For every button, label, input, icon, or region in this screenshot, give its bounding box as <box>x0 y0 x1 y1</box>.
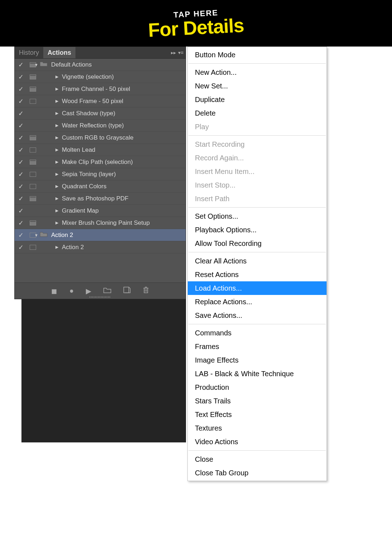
action-row[interactable]: ✓▼Default Actions <box>15 59 186 71</box>
dialog-toggle[interactable] <box>27 74 39 79</box>
action-row[interactable]: ✓▶Gradient Map <box>15 205 186 217</box>
chevron-right-icon[interactable]: ▶ <box>55 99 58 103</box>
chevron-right-icon[interactable]: ▶ <box>55 160 58 164</box>
dialog-toggle[interactable] <box>27 172 39 177</box>
toggle-check[interactable]: ✓ <box>15 158 27 166</box>
menu-item[interactable]: LAB - Black & White Technique <box>188 367 327 380</box>
action-row[interactable]: ✓▼Action 2 <box>15 229 186 241</box>
chevron-right-icon[interactable]: ▶ <box>55 245 58 249</box>
tree-cell: ▶ <box>39 87 60 91</box>
toggle-check[interactable]: ✓ <box>15 231 27 239</box>
chevron-right-icon[interactable]: ▶ <box>55 74 58 79</box>
action-label: Wood Frame - 50 pixel <box>60 98 186 105</box>
dialog-toggle[interactable] <box>27 147 39 152</box>
record-icon[interactable]: ● <box>69 287 74 295</box>
menu-item[interactable]: Load Actions... <box>188 281 327 295</box>
toggle-check[interactable]: ✓ <box>15 195 27 203</box>
toggle-check[interactable]: ✓ <box>15 243 27 251</box>
chevron-right-icon[interactable]: ▶ <box>55 208 58 213</box>
new-action-icon[interactable] <box>123 287 131 295</box>
menu-item[interactable]: Playback Options... <box>188 223 327 237</box>
toggle-check[interactable]: ✓ <box>15 183 27 190</box>
tab-actions[interactable]: Actions <box>43 47 75 58</box>
action-row[interactable]: ✓▶Action 2 <box>15 241 186 253</box>
chevron-right-icon[interactable]: ▶ <box>55 147 58 152</box>
action-label: Action 2 <box>50 232 186 239</box>
dialog-toggle[interactable] <box>27 87 39 92</box>
toggle-check[interactable]: ✓ <box>15 122 27 130</box>
chevron-right-icon[interactable]: ▶ <box>55 123 58 128</box>
action-row[interactable]: ✓▶Mixer Brush Cloning Paint Setup <box>15 217 186 229</box>
toggle-check[interactable]: ✓ <box>15 134 27 142</box>
menu-item[interactable]: Clear All Actions <box>188 254 327 268</box>
menu-item[interactable]: Replace Actions... <box>188 295 327 309</box>
chevron-right-icon[interactable]: ▶ <box>55 184 58 189</box>
menu-item[interactable]: New Action... <box>188 66 327 79</box>
toggle-check[interactable]: ✓ <box>15 85 27 93</box>
menu-item[interactable]: Commands <box>188 326 327 340</box>
menu-item[interactable]: Stars Trails <box>188 394 327 408</box>
new-set-icon[interactable] <box>103 287 111 295</box>
action-row[interactable]: ✓▶Frame Channel - 50 pixel <box>15 83 186 95</box>
flyout-menu-icon[interactable]: ▾≡ <box>178 50 183 55</box>
action-row[interactable]: ✓▶Save as Photoshop PDF <box>15 193 186 205</box>
menu-item[interactable]: Video Actions <box>188 435 327 448</box>
action-row[interactable]: ✓▶Custom RGB to Grayscale <box>15 132 186 144</box>
toggle-check[interactable]: ✓ <box>15 146 27 154</box>
dialog-toggle[interactable] <box>27 99 39 104</box>
chevron-right-icon[interactable]: ▶ <box>55 87 58 91</box>
chevron-right-icon[interactable]: ▶ <box>55 220 58 225</box>
toggle-check[interactable]: ✓ <box>15 61 27 69</box>
menu-item[interactable]: Production <box>188 380 327 394</box>
action-row[interactable]: ✓▶Sepia Toning (layer) <box>15 168 186 180</box>
toggle-check[interactable]: ✓ <box>15 110 27 117</box>
menu-item[interactable]: Button Mode <box>188 48 327 62</box>
dialog-toggle[interactable] <box>27 160 39 165</box>
play-icon[interactable]: ▶ <box>86 287 91 295</box>
chevron-right-icon[interactable]: ▶ <box>55 111 58 116</box>
action-row[interactable]: ✓▶Make Clip Path (selection) <box>15 156 186 168</box>
dialog-toggle[interactable] <box>27 184 39 189</box>
toggle-check[interactable]: ✓ <box>15 73 27 81</box>
promo-banner[interactable]: TAP HERE For Details <box>0 0 392 47</box>
action-row[interactable]: ✓▶Quadrant Colors <box>15 180 186 193</box>
action-row[interactable]: ✓▶Water Reflection (type) <box>15 120 186 132</box>
action-row[interactable]: ✓▶Molten Lead <box>15 144 186 156</box>
tab-history[interactable]: History <box>15 47 43 58</box>
chevron-right-icon[interactable]: ▶ <box>55 172 58 176</box>
trash-icon[interactable] <box>143 286 149 295</box>
menu-item[interactable]: Close <box>188 452 327 466</box>
chevron-down-icon[interactable]: ▼ <box>34 63 38 67</box>
toggle-check[interactable]: ✓ <box>15 170 27 178</box>
resize-grip[interactable] <box>89 296 111 298</box>
menu-item[interactable]: Textures <box>188 421 327 435</box>
menu-item[interactable]: Duplicate <box>188 93 327 106</box>
menu-item[interactable]: Allow Tool Recording <box>188 237 327 250</box>
dialog-toggle[interactable] <box>27 135 39 140</box>
tree-cell: ▶ <box>39 111 60 116</box>
menu-item[interactable]: New Set... <box>188 79 327 93</box>
toggle-check[interactable]: ✓ <box>15 219 27 227</box>
chevron-down-icon[interactable]: ▼ <box>34 233 38 237</box>
action-row[interactable]: ✓▶Cast Shadow (type) <box>15 107 186 120</box>
dialog-toggle[interactable] <box>27 196 39 201</box>
action-row[interactable]: ✓▶Vignette (selection) <box>15 71 186 83</box>
menu-item[interactable]: Image Effects <box>188 353 327 367</box>
collapse-icon[interactable]: ▸▸ <box>171 50 176 55</box>
menu-item[interactable]: Set Options... <box>188 209 327 223</box>
dialog-toggle[interactable] <box>27 245 39 250</box>
actions-list: ✓▼Default Actions✓▶Vignette (selection)✓… <box>15 59 186 253</box>
menu-item[interactable]: Frames <box>188 340 327 353</box>
toggle-check[interactable]: ✓ <box>15 207 27 215</box>
chevron-right-icon[interactable]: ▶ <box>55 196 58 201</box>
menu-item[interactable]: Close Tab Group <box>188 466 327 480</box>
dialog-toggle[interactable] <box>27 220 39 225</box>
action-row[interactable]: ✓▶Wood Frame - 50 pixel <box>15 95 186 107</box>
menu-item[interactable]: Save Actions... <box>188 309 327 322</box>
menu-item[interactable]: Delete <box>188 106 327 120</box>
stop-icon[interactable]: ◼ <box>51 287 57 295</box>
toggle-check[interactable]: ✓ <box>15 97 27 105</box>
menu-item[interactable]: Reset Actions <box>188 268 327 281</box>
chevron-right-icon[interactable]: ▶ <box>55 135 58 140</box>
menu-item[interactable]: Text Effects <box>188 408 327 421</box>
